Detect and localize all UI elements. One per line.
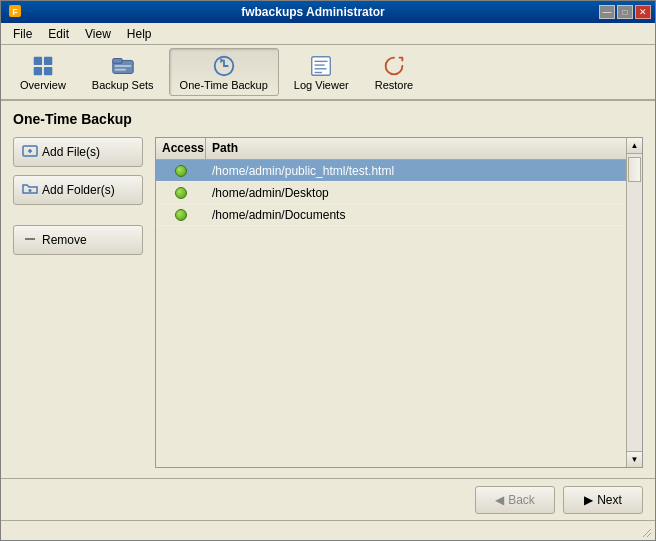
svg-rect-9 [114, 69, 125, 71]
add-folders-label: Add Folder(s) [42, 183, 115, 197]
maximize-button[interactable]: □ [617, 5, 633, 19]
window-title: fwbackups Administrator [27, 5, 599, 19]
restore-icon [380, 53, 408, 79]
footer: ◀ Back ▶ Next [1, 478, 655, 520]
add-files-icon [22, 143, 38, 162]
content-area: One-Time Backup Add File(s) [1, 101, 655, 478]
back-label: Back [508, 493, 535, 507]
overview-label: Overview [20, 79, 66, 91]
access-cell [156, 163, 206, 179]
remove-icon [22, 231, 38, 250]
file-list-wrapper: Access Path /home/admin/public_html/test… [155, 137, 643, 468]
menu-edit[interactable]: Edit [40, 25, 77, 43]
scroll-thumb[interactable] [628, 157, 641, 182]
svg-rect-4 [34, 67, 42, 75]
remove-label: Remove [42, 233, 87, 247]
header-access: Access [156, 138, 206, 159]
svg-rect-3 [44, 57, 52, 65]
access-cell [156, 207, 206, 223]
next-label: Next [597, 493, 622, 507]
main-content: Add File(s) Add Folder(s) [13, 137, 643, 468]
add-folders-button[interactable]: Add Folder(s) [13, 175, 143, 205]
close-button[interactable]: ✕ [635, 5, 651, 19]
svg-line-23 [643, 529, 651, 537]
resize-grip[interactable] [639, 525, 651, 537]
scrollbar[interactable]: ▲ ▼ [626, 138, 642, 467]
minimize-button[interactable]: — [599, 5, 615, 19]
svg-line-24 [647, 533, 651, 537]
toolbar-overview[interactable]: Overview [9, 48, 77, 96]
page-title: One-Time Backup [13, 111, 643, 127]
back-button[interactable]: ◀ Back [475, 486, 555, 514]
svg-rect-2 [34, 57, 42, 65]
menu-help[interactable]: Help [119, 25, 160, 43]
back-icon: ◀ [495, 493, 504, 507]
toolbar-log-viewer[interactable]: Log Viewer [283, 48, 360, 96]
path-cell: /home/admin/public_html/test.html [206, 162, 626, 180]
toolbar-backup-sets[interactable]: Backup Sets [81, 48, 165, 96]
remove-button[interactable]: Remove [13, 225, 143, 255]
path-cell: /home/admin/Documents [206, 206, 626, 224]
table-row[interactable]: /home/admin/public_html/test.html [156, 160, 626, 182]
backup-sets-label: Backup Sets [92, 79, 154, 91]
main-window: F fwbackups Administrator — □ ✕ File Edi… [0, 0, 656, 541]
scroll-down-button[interactable]: ▼ [627, 451, 642, 467]
svg-rect-7 [113, 59, 122, 64]
access-indicator [175, 165, 187, 177]
file-list-body: /home/admin/public_html/test.html /home/… [156, 160, 626, 467]
menu-file[interactable]: File [5, 25, 40, 43]
access-indicator [175, 209, 187, 221]
table-row[interactable]: /home/admin/Documents [156, 204, 626, 226]
toolbar-one-time-backup[interactable]: One-Time Backup [169, 48, 279, 96]
window-controls: — □ ✕ [599, 5, 651, 19]
table-row[interactable]: /home/admin/Desktop [156, 182, 626, 204]
next-button[interactable]: ▶ Next [563, 486, 643, 514]
backup-sets-icon [109, 53, 137, 79]
menubar: File Edit View Help [1, 23, 655, 45]
scroll-track [627, 154, 642, 451]
svg-rect-8 [114, 65, 131, 67]
access-indicator [175, 187, 187, 199]
one-time-backup-label: One-Time Backup [180, 79, 268, 91]
add-files-button[interactable]: Add File(s) [13, 137, 143, 167]
svg-rect-5 [44, 67, 52, 75]
one-time-backup-icon [210, 53, 238, 79]
app-icon: F [7, 3, 23, 22]
header-path: Path [206, 138, 626, 159]
overview-icon [29, 53, 57, 79]
scroll-up-button[interactable]: ▲ [627, 138, 642, 154]
next-icon: ▶ [584, 493, 593, 507]
log-viewer-icon [307, 53, 335, 79]
toolbar: Overview Backup Sets One-Time Backup [1, 45, 655, 101]
table-header: Access Path [156, 138, 626, 160]
add-files-label: Add File(s) [42, 145, 100, 159]
access-cell [156, 185, 206, 201]
statusbar [1, 520, 655, 540]
toolbar-restore[interactable]: Restore [364, 48, 425, 96]
restore-label: Restore [375, 79, 414, 91]
menu-view[interactable]: View [77, 25, 119, 43]
log-viewer-label: Log Viewer [294, 79, 349, 91]
svg-text:F: F [12, 7, 18, 17]
add-folders-icon [22, 181, 38, 200]
button-panel: Add File(s) Add Folder(s) [13, 137, 143, 468]
path-cell: /home/admin/Desktop [206, 184, 626, 202]
title-bar: F fwbackups Administrator — □ ✕ [1, 1, 655, 23]
file-list-inner: Access Path /home/admin/public_html/test… [156, 138, 626, 467]
